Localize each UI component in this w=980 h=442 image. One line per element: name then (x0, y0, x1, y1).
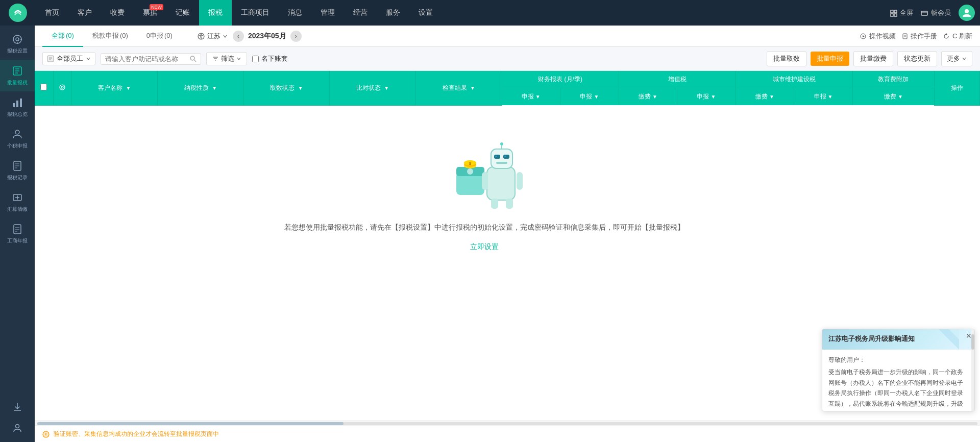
column-settings-icon[interactable] (59, 84, 66, 91)
svg-rect-66 (495, 156, 497, 157)
th-vat-pay: 缴费▼ (619, 88, 677, 106)
nav-operation[interactable]: 经营 (344, 0, 377, 26)
svg-rect-1 (891, 10, 893, 13)
user-profile-btn[interactable] (0, 419, 35, 437)
svg-rect-4 (894, 14, 897, 16)
operation-manual-btn[interactable]: 操作手册 (902, 32, 938, 41)
nav-message[interactable]: 消息 (279, 0, 311, 26)
user-avatar[interactable] (959, 5, 975, 21)
svg-rect-3 (891, 14, 893, 16)
date-navigation: ‹ 2023年05月 › (233, 31, 302, 42)
svg-text:$: $ (469, 162, 471, 166)
book-icon (902, 33, 908, 39)
nav-invoice[interactable]: 票据 NEW (134, 0, 166, 26)
search-input[interactable] (105, 55, 187, 63)
immediate-setup-link[interactable]: 立即设置 (470, 242, 499, 252)
toolbar: 全部员工 筛选 (35, 47, 980, 71)
tabs-bar: 全部 (0) 税款申报 (0) 0申报 (0) (35, 26, 980, 47)
svg-marker-37 (863, 35, 865, 37)
nav-business[interactable]: 工商项目 (232, 0, 279, 26)
operation-video-btn[interactable]: 操作视频 (860, 32, 896, 41)
tab-zero-declare[interactable]: 0申报 (0) (137, 26, 182, 47)
top-navigation: 首页 客户 收费 票据 NEW 记账 报税 工商项目 消息 管理 经营 服务 设… (0, 0, 980, 26)
nav-settings[interactable]: 设置 (409, 0, 442, 26)
nav-items: 首页 客户 收费 票据 NEW 记账 报税 工商项目 消息 管理 经营 服务 设… (36, 0, 890, 26)
horizontal-scrollbar[interactable] (35, 421, 980, 426)
svg-point-51 (60, 85, 65, 90)
current-date: 2023年05月 (248, 32, 286, 41)
select-all-checkbox[interactable] (40, 84, 47, 90)
member-btn[interactable]: 畅会员 (921, 8, 951, 17)
svg-point-46 (190, 56, 194, 60)
search-icon (189, 55, 197, 62)
svg-point-7 (965, 9, 969, 13)
tab-tax-declare[interactable]: 税款申报 (0) (83, 26, 137, 47)
th-edu-pay: 缴费▼ (852, 88, 934, 106)
svg-point-70 (500, 142, 503, 145)
sidebar-item-personal-tax[interactable]: 个税申报 (0, 123, 35, 155)
refresh-btn[interactable]: C 刷新 (943, 32, 972, 41)
scroll-thumb[interactable] (37, 422, 344, 425)
nav-customer[interactable]: 客户 (68, 0, 101, 26)
svg-point-78 (45, 435, 46, 436)
sidebar-item-tax-settings[interactable]: 报税设置 (0, 28, 35, 60)
personal-tax-icon (11, 128, 23, 140)
svg-rect-74 (506, 199, 513, 209)
download-btn[interactable] (0, 398, 35, 416)
play-icon (860, 33, 866, 39)
nav-home[interactable]: 首页 (36, 0, 68, 26)
svg-rect-68 (496, 162, 507, 164)
th-check-result: 检查结果 ▼ (415, 71, 502, 105)
svg-point-35 (198, 33, 204, 39)
sidebar-item-batch-tax[interactable]: 批量报税 (0, 60, 35, 91)
filter-btn[interactable]: 筛选 (206, 52, 247, 65)
nav-charge[interactable]: 收费 (101, 0, 134, 26)
batch-pay-btn[interactable]: 批量缴费 (853, 51, 893, 66)
nav-bookkeeping[interactable]: 记账 (166, 0, 199, 26)
bottom-warning-text: 验证账密、采集信息均成功的企业才会流转至批量报税页面中 (54, 430, 219, 438)
top-right-controls: 全屏 畅会员 (890, 5, 975, 21)
region-selector[interactable]: 江苏 (197, 32, 228, 41)
nav-tax[interactable]: 报税 (199, 0, 232, 26)
prev-month-btn[interactable]: ‹ (233, 31, 244, 42)
decoration (918, 329, 959, 350)
sidebar-item-tax-records[interactable]: 报税记录 (0, 155, 35, 186)
logo[interactable] (5, 0, 31, 26)
more-btn[interactable]: 更多 (941, 51, 972, 66)
notification-scrollbar[interactable] (971, 329, 974, 411)
svg-rect-62 (491, 149, 512, 168)
tab-all[interactable]: 全部 (0) (42, 26, 83, 47)
batch-fetch-btn[interactable]: 批量取数 (767, 51, 806, 66)
employee-select[interactable]: 全部员工 (42, 52, 95, 65)
sidebar-item-settlement[interactable]: 汇算清缴 (0, 186, 35, 218)
bottom-status-bar: 验证账密、采集信息均成功的企业才会流转至批量报税页面中 (35, 426, 980, 442)
sort-icon: ▼ (828, 94, 833, 100)
empty-state: $ (35, 106, 934, 282)
next-month-btn[interactable]: › (290, 31, 302, 42)
toolbar-right: 批量取数 批量申报 批量缴费 状态更新 更多 (767, 51, 972, 66)
svg-rect-73 (491, 199, 498, 209)
th-city-declare: 申报▼ (677, 88, 736, 106)
tax-settings-icon (11, 33, 23, 45)
nav-service[interactable]: 服务 (377, 0, 409, 26)
account-checkbox[interactable] (252, 56, 259, 62)
notification-content: 受当前电子税务局进一步升级的影响，同一个政务网账号（办税人）名下的企业不能再同时… (828, 367, 968, 411)
robot-illustration: $ (444, 136, 525, 213)
fullscreen-btn[interactable]: 全屏 (890, 8, 914, 17)
th-checkbox (35, 71, 53, 105)
svg-point-21 (15, 130, 19, 134)
batch-declare-btn[interactable]: 批量申报 (811, 52, 849, 66)
tax-records-icon (11, 160, 23, 172)
sidebar-item-tax-overview[interactable]: 报税总览 (0, 91, 35, 123)
status-update-btn[interactable]: 状态更新 (897, 51, 937, 66)
th-financial-report: 财务报表 (月/季) (502, 71, 619, 88)
nav-management[interactable]: 管理 (311, 0, 344, 26)
chevron-down-icon (223, 34, 228, 39)
notification-scroll-thumb[interactable] (971, 334, 974, 350)
sidebar-item-annual-report[interactable]: 工商年报 (0, 218, 35, 250)
sort-icon: ▼ (298, 85, 303, 91)
sort-icon: ▼ (898, 94, 903, 100)
th-customer-name: 客户名称 ▼ (71, 71, 158, 105)
th-compare-status: 比对状态 ▼ (330, 71, 416, 105)
filter-icon (212, 55, 219, 62)
